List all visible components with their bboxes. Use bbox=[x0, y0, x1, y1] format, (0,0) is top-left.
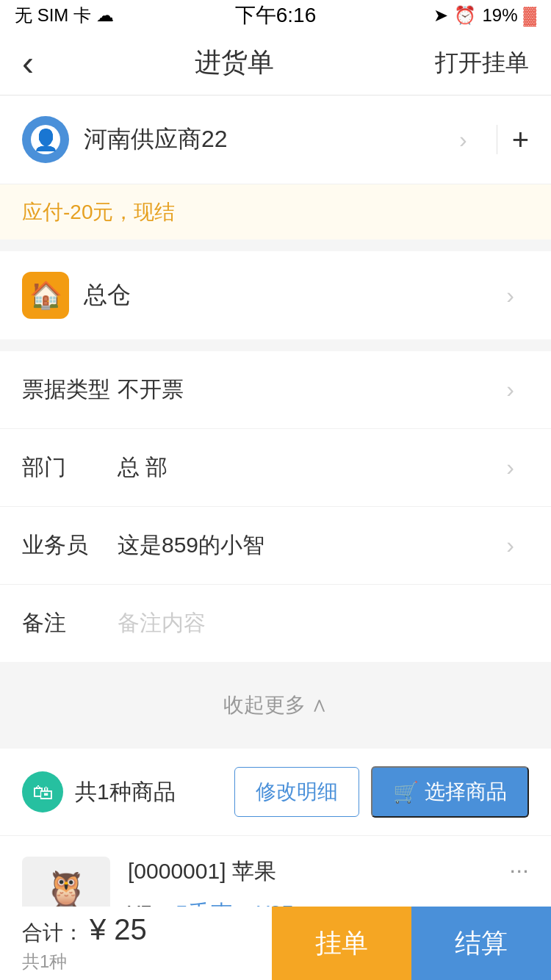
product-more-button[interactable]: ··· bbox=[509, 857, 529, 884]
supplier-section: 👤 河南供应商22 › + bbox=[0, 96, 551, 184]
avatar-icon: 👤 bbox=[31, 125, 60, 154]
payment-info: 应付-20元，现结 bbox=[22, 201, 175, 223]
edit-detail-button[interactable]: 修改明细 bbox=[234, 767, 359, 817]
warehouse-row[interactable]: 🏠 总仓 › bbox=[0, 251, 551, 339]
status-bar: 无 SIM 卡 ☁ 下午6:16 ➤ ⏰ 19% ▓ bbox=[0, 0, 551, 31]
payment-banner: 应付-20元，现结 bbox=[0, 184, 551, 239]
select-product-icon: 🛒 bbox=[393, 780, 419, 804]
collapse-button[interactable]: 收起更多 ∧ bbox=[0, 674, 551, 737]
product-header: 🛍 共1种商品 修改明细 🛒 选择商品 bbox=[0, 749, 551, 836]
add-supplier-button[interactable]: + bbox=[512, 123, 529, 156]
supplier-name: 河南供应商22 bbox=[84, 123, 459, 156]
note-placeholder[interactable]: 备注内容 bbox=[118, 608, 529, 638]
form-row-salesperson[interactable]: 业务员 这是859的小智 › bbox=[0, 507, 551, 585]
supplier-divider bbox=[497, 125, 497, 154]
supplier-chevron-icon: › bbox=[459, 126, 467, 154]
salesperson-value: 这是859的小智 bbox=[118, 530, 506, 561]
dept-value: 总 部 bbox=[118, 453, 506, 483]
status-right: ➤ ⏰ 19% ▓ bbox=[433, 5, 536, 26]
invoice-label: 票据类型 bbox=[22, 375, 118, 405]
salesperson-chevron-icon: › bbox=[506, 532, 514, 559]
total-section: 合计： ¥ 25 共1种 bbox=[0, 907, 272, 980]
total-amount: ¥ 25 bbox=[90, 913, 147, 946]
back-button[interactable]: ‹ bbox=[22, 43, 34, 83]
alarm-icon: ⏰ bbox=[454, 5, 476, 26]
location-icon: ➤ bbox=[433, 5, 448, 26]
note-label: 备注 bbox=[22, 608, 118, 638]
invoice-chevron-icon: › bbox=[506, 376, 514, 403]
hang-button[interactable]: 挂单 bbox=[272, 907, 411, 980]
invoice-value: 不开票 bbox=[118, 375, 506, 405]
total-label: 合计： bbox=[22, 919, 84, 947]
sim-status: 无 SIM 卡 ☁ bbox=[15, 4, 114, 27]
hang-label: 挂单 bbox=[315, 926, 368, 962]
form-row-dept[interactable]: 部门 总 部 › bbox=[0, 429, 551, 507]
select-product-label: 选择商品 bbox=[425, 778, 507, 806]
status-time: 下午6:16 bbox=[235, 1, 317, 29]
warehouse-icon: 🏠 bbox=[22, 272, 69, 319]
form-row-invoice[interactable]: 票据类型 不开票 › bbox=[0, 351, 551, 429]
page-title: 进货单 bbox=[195, 45, 274, 81]
product-name: [0000001] 苹果 bbox=[128, 857, 491, 887]
battery-level: 19% bbox=[482, 5, 517, 26]
battery-icon: ▓ bbox=[524, 5, 537, 26]
warehouse-chevron-icon: › bbox=[506, 282, 514, 309]
salesperson-label: 业务员 bbox=[22, 530, 118, 561]
total-row: 合计： ¥ 25 bbox=[22, 913, 250, 947]
dept-label: 部门 bbox=[22, 453, 118, 483]
open-hang-button[interactable]: 打开挂单 bbox=[435, 47, 529, 79]
checkout-button[interactable]: 结算 bbox=[411, 907, 551, 980]
content: 👤 河南供应商22 › + 应付-20元，现结 🏠 总仓 › 票据类型 不开票 … bbox=[0, 96, 551, 980]
supplier-row[interactable]: 👤 河南供应商22 › + bbox=[0, 96, 551, 184]
supplier-avatar: 👤 bbox=[22, 116, 69, 163]
bottom-bar: 合计： ¥ 25 共1种 挂单 结算 bbox=[0, 907, 551, 980]
select-product-button[interactable]: 🛒 选择商品 bbox=[371, 766, 529, 818]
dept-chevron-icon: › bbox=[506, 454, 514, 481]
status-left: 无 SIM 卡 ☁ bbox=[15, 4, 114, 27]
warehouse-name: 总仓 bbox=[84, 279, 506, 311]
form-section: 票据类型 不开票 › 部门 总 部 › 业务员 这是859的小智 › 备注 备注… bbox=[0, 351, 551, 662]
product-thumb-icon: 🦉 bbox=[44, 869, 88, 910]
product-section-icon: 🛍 bbox=[22, 771, 63, 813]
product-count: 共1种商品 bbox=[75, 777, 234, 807]
checkout-label: 结算 bbox=[455, 926, 508, 962]
nav-bar: ‹ 进货单 打开挂单 bbox=[0, 31, 551, 96]
form-row-note[interactable]: 备注 备注内容 bbox=[0, 585, 551, 662]
total-sub: 共1种 bbox=[22, 950, 250, 973]
